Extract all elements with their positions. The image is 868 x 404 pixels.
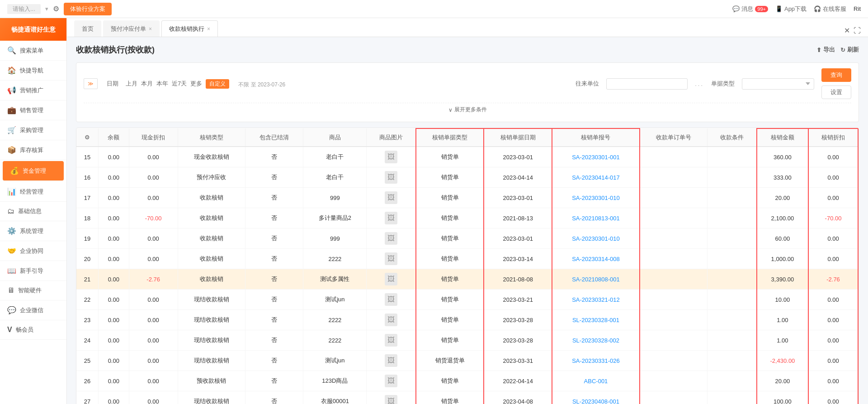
gear-icon[interactable]: ⚙ <box>53 5 59 13</box>
row-cancel-type: 收款核销 <box>178 269 245 290</box>
search-placeholder[interactable]: 请输入... <box>7 4 41 14</box>
slip-type-select[interactable] <box>742 78 814 90</box>
export-button[interactable]: ⬆ 导出 <box>816 46 835 54</box>
cancel-slip-no-link[interactable]: SA-20230331-026 <box>572 357 620 364</box>
cancel-slip-no-link[interactable]: SA-20230301-001 <box>572 154 620 161</box>
row-receipt-condition <box>708 208 757 228</box>
dropdown-arrow-icon[interactable]: ▾ <box>45 5 48 12</box>
sidebar-item-collab[interactable]: 🤝 企业协同 <box>0 241 66 261</box>
sidebar-item-wechat[interactable]: 💬 企业微信 <box>0 300 66 320</box>
expand-more-conditions[interactable]: ∨ 展开更多条件 <box>84 103 851 116</box>
close-window-icon[interactable]: ✕ <box>844 26 850 35</box>
row-cancel-amount: 2,100.00 <box>757 208 808 228</box>
date-this-month[interactable]: 本月 <box>141 80 153 88</box>
row-cancel-slip-date: 2023-03-31 <box>484 351 552 371</box>
col-cancel-slip-date-header: 核销单据日期 <box>484 128 552 147</box>
sidebar-item-basic-info[interactable]: 🗂 基础信息 <box>0 202 66 221</box>
table-row: 27 0.00 0.00 现结收款核销 否 衣服00001 🖼 销货单 2023… <box>76 391 858 404</box>
goods-img-cell: 🖼 <box>367 330 416 351</box>
col-cancel-slip-no-header: 核销单报号 <box>552 128 640 147</box>
sidebar-item-hardware[interactable]: 🖥 智能硬件 <box>0 281 66 300</box>
col-settings-header[interactable]: ⚙ <box>76 128 99 147</box>
table-row: 26 0.00 0.00 预收款核销 否 123D商品 🖼 销货单 2022-0… <box>76 371 858 391</box>
table-row: 17 0.00 0.00 收款核销 否 999 🖼 销货单 2023-03-01… <box>76 188 858 208</box>
maximize-icon[interactable]: ⛶ <box>854 27 861 35</box>
row-receipt-order-no <box>640 147 708 167</box>
row-included: 否 <box>245 310 303 330</box>
sidebar-item-purchase[interactable]: 🛒 采购管理 <box>0 120 66 140</box>
sidebar-item-member[interactable]: V 畅会员 <box>0 320 66 340</box>
date-this-year[interactable]: 本年 <box>156 80 168 88</box>
tab-prepay[interactable]: 预付冲应付单 × <box>103 20 160 37</box>
row-cancel-slip-no: SL-20230408-001 <box>552 391 640 404</box>
row-cancel-discount: -2.76 <box>808 269 858 290</box>
sidebar-item-marketing[interactable]: 📢 营销推广 <box>0 81 66 100</box>
row-cancel-slip-no: SL-20230328-002 <box>552 330 640 351</box>
user-name[interactable]: Rit <box>854 5 861 12</box>
row-receipt-order-no <box>640 290 708 310</box>
tab-receipt-cancel[interactable]: 收款核销执行 × <box>161 20 218 37</box>
sidebar-item-inventory[interactable]: 📦 库存核算 <box>0 140 66 160</box>
industry-solution-button[interactable]: 体验行业方案 <box>64 3 112 15</box>
row-id: 23 <box>76 310 99 330</box>
row-cancel-slip-date: 2021-08-13 <box>484 208 552 228</box>
sidebar-item-newbie[interactable]: 📖 新手引导 <box>0 261 66 281</box>
cancel-slip-no-link[interactable]: SA-20230301-010 <box>572 195 620 201</box>
query-button[interactable]: 查询 <box>821 68 851 82</box>
row-cash-discount: 0.00 <box>129 330 178 351</box>
tab-bar: 首页 预付冲应付单 × 收款核销执行 × ✕ ⛶ <box>67 18 868 37</box>
date-custom-button[interactable]: 自定义 <box>206 79 229 89</box>
cancel-slip-no-link[interactable]: SL-20230328-001 <box>572 317 619 323</box>
row-cancel-type: 现结收款核销 <box>178 290 245 310</box>
row-cancel-type: 现结收款核销 <box>178 330 245 351</box>
sidebar-item-quick-nav[interactable]: 🏠 快捷导航 <box>0 61 66 81</box>
online-service-link[interactable]: 🎧 在线客服 <box>814 5 846 13</box>
date-last-7days[interactable]: 近7天 <box>172 80 187 88</box>
tab-receipt-cancel-close-icon[interactable]: × <box>207 26 210 32</box>
row-goods: 衣服00001 <box>303 391 367 404</box>
row-id: 26 <box>76 371 99 391</box>
cancel-slip-no-link[interactable]: SA-20230321-012 <box>572 296 620 303</box>
data-table-container: ⚙ 余额 现金折扣 核销类型 包含已结清 商品 商品图片 核销单据类型 核销单据… <box>76 128 859 404</box>
goods-img-cell: 🖼 <box>367 167 416 188</box>
page-title-actions: ⬆ 导出 ↻ 刷新 <box>816 46 859 54</box>
row-cancel-amount: 20.00 <box>757 371 808 391</box>
cancel-slip-no-link[interactable]: SA-20210813-001 <box>572 215 620 222</box>
sidebar-item-management[interactable]: 📊 经营管理 <box>0 182 66 202</box>
from-unit-input[interactable] <box>606 78 688 90</box>
date-range-display: 不限 至 2023-07-26 <box>238 81 285 89</box>
sidebar-item-search[interactable]: 🔍 搜索菜单 <box>0 41 66 61</box>
table-row: 24 0.00 0.00 现结收款核销 否 2222 🖼 销货单 2023-03… <box>76 330 858 351</box>
app-download-link[interactable]: 📱 App下载 <box>775 5 807 13</box>
tab-home[interactable]: 首页 <box>74 20 101 37</box>
cancel-slip-no-link[interactable]: SA-20230414-017 <box>572 174 620 181</box>
refresh-button[interactable]: ↻ 刷新 <box>840 46 859 54</box>
row-cancel-type: 现结收款核销 <box>178 351 245 371</box>
cancel-slip-no-link[interactable]: SA-20210808-001 <box>572 276 620 283</box>
setting-button[interactable]: 设置 <box>821 86 851 99</box>
row-cancel-slip-type: 销货单 <box>416 228 484 249</box>
sidebar-item-sales[interactable]: 💼 销售管理 <box>0 100 66 120</box>
message-area[interactable]: 💬 消息 99+ <box>732 5 768 13</box>
cancel-slip-no-link[interactable]: ABC-001 <box>584 378 608 385</box>
row-included: 否 <box>245 228 303 249</box>
cancel-slip-no-link[interactable]: SA-20230301-010 <box>572 235 620 242</box>
cancel-slip-no-link[interactable]: SL-20230328-002 <box>572 337 619 344</box>
table-row: 21 0.00 -2.76 收款核销 否 测试多属性 🖼 销货单 2021-08… <box>76 269 858 290</box>
date-last-month[interactable]: 上月 <box>126 80 137 88</box>
refresh-icon: ↻ <box>840 47 845 53</box>
col-receipt-order-no-header: 收款单订单号 <box>640 128 708 147</box>
row-cancel-type: 现结收款核销 <box>178 391 245 404</box>
cancel-slip-no-link[interactable]: SL-20230408-001 <box>572 398 619 404</box>
sidebar-item-system[interactable]: ⚙️ 系统管理 <box>0 221 66 241</box>
system-icon: ⚙️ <box>7 227 16 235</box>
row-cancel-type: 现结收款核销 <box>178 310 245 330</box>
row-cash-discount: 0.00 <box>129 147 178 167</box>
filter-expand-button[interactable]: ≫ <box>84 78 98 89</box>
cancel-slip-no-link[interactable]: SA-20230314-008 <box>572 256 620 262</box>
row-cancel-type: 预付冲应收 <box>178 167 245 188</box>
row-receipt-order-no <box>640 351 708 371</box>
tab-prepay-close-icon[interactable]: × <box>149 26 152 32</box>
date-more[interactable]: 更多 <box>190 80 202 88</box>
sidebar-item-finance[interactable]: 💰 资金管理 <box>3 161 64 181</box>
